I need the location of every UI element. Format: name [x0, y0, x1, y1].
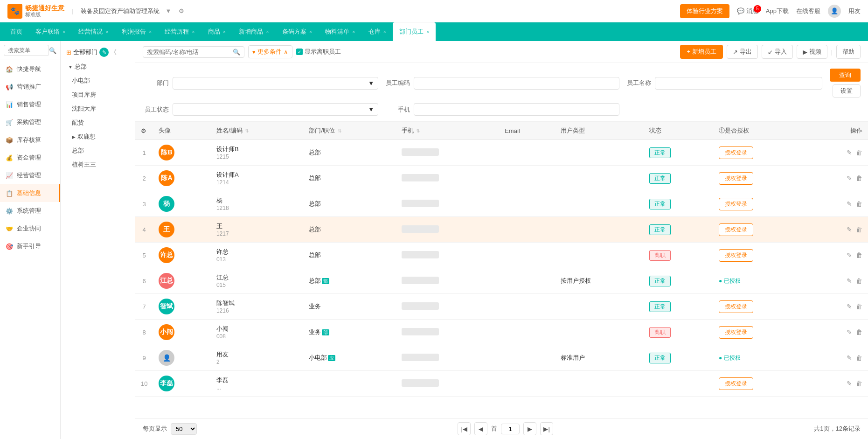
- tab-close-icon[interactable]: ×: [62, 29, 65, 35]
- sidebar-item-nav[interactable]: 🏠 快捷导航: [0, 60, 60, 78]
- tab-bom[interactable]: 物料清单 ×: [319, 22, 361, 41]
- tab-close-icon[interactable]: ×: [192, 29, 194, 35]
- edit-icon[interactable]: ✎: [847, 380, 852, 387]
- edit-icon[interactable]: ✎: [847, 303, 852, 310]
- prev-page-button[interactable]: ◀: [474, 422, 487, 435]
- edit-icon[interactable]: ✎: [847, 200, 852, 208]
- dept-item-project-warehouse[interactable]: 项目库房: [61, 88, 135, 102]
- col-dept[interactable]: 部门/职位 ⇅: [303, 122, 396, 140]
- tab-history[interactable]: 经营历程 ×: [158, 22, 201, 41]
- delete-icon[interactable]: 🗑: [856, 149, 862, 156]
- export-button[interactable]: ↗ 导出: [727, 45, 758, 59]
- import-button[interactable]: ↙ 导入: [762, 45, 793, 59]
- sidebar-item-operation[interactable]: 📈 经营管理: [0, 167, 60, 184]
- dept-item-headquarters[interactable]: ▼总部: [61, 60, 135, 74]
- auth-button[interactable]: 授权登录: [719, 326, 753, 339]
- message-badge[interactable]: 💬 消息 5: [737, 7, 758, 15]
- all-dept-label[interactable]: 全部部门: [73, 48, 97, 56]
- tab-close-icon[interactable]: ×: [383, 29, 386, 35]
- auth-button[interactable]: 授权登录: [719, 146, 753, 159]
- edit-icon[interactable]: ✎: [847, 226, 852, 233]
- tab-new-goods[interactable]: 新增商品 ×: [232, 22, 275, 41]
- next-page-button[interactable]: ▶: [523, 422, 536, 435]
- sidebar-item-guide[interactable]: 🎯 新手引导: [0, 237, 60, 255]
- sidebar-item-purchase[interactable]: 🛒 采购管理: [0, 113, 60, 131]
- auth-button[interactable]: 授权登录: [719, 249, 753, 262]
- tab-operation[interactable]: 经营情况 ×: [72, 22, 115, 41]
- dept-item-small-electric[interactable]: 小电部: [61, 74, 135, 88]
- help-button[interactable]: 帮助: [836, 45, 861, 59]
- tab-close-icon[interactable]: ×: [223, 29, 226, 35]
- edit-icon[interactable]: ✎: [847, 354, 852, 362]
- tab-close-icon[interactable]: ×: [105, 29, 108, 35]
- dropdown-arrow-icon[interactable]: ▼: [165, 7, 171, 14]
- settings-icon[interactable]: ⚙: [179, 7, 184, 14]
- tab-warehouse[interactable]: 仓库 ×: [362, 22, 393, 41]
- emp-status-select[interactable]: ▼: [173, 103, 378, 116]
- edit-icon[interactable]: ✎: [847, 149, 852, 156]
- auth-button[interactable]: 授权登录: [719, 300, 753, 313]
- search-button[interactable]: 查询: [830, 69, 861, 82]
- dept-item-zhushu[interactable]: 植树王三: [61, 158, 135, 172]
- dept-collapse-icon[interactable]: 《: [111, 48, 117, 56]
- online-service-link[interactable]: 在线客服: [796, 7, 820, 15]
- edit-icon[interactable]: ✎: [847, 251, 852, 259]
- tab-home[interactable]: 首页: [4, 22, 29, 41]
- tab-goods[interactable]: 商品 ×: [201, 22, 232, 41]
- app-download-link[interactable]: App下载: [766, 7, 789, 15]
- col-settings[interactable]: ⚙: [135, 122, 153, 140]
- dept-filter-select[interactable]: ▼: [173, 77, 378, 90]
- show-dismissed-wrap[interactable]: ✓ 显示离职员工: [296, 48, 341, 56]
- auth-button[interactable]: 授权登录: [719, 172, 753, 185]
- per-page-select[interactable]: 50 20 100: [171, 423, 197, 435]
- delete-icon[interactable]: 🗑: [856, 200, 862, 208]
- dept-edit-icon[interactable]: ✎: [99, 48, 109, 57]
- settings-gear-icon[interactable]: ⚙: [141, 127, 146, 134]
- add-employee-button[interactable]: + 新增员工: [680, 45, 722, 59]
- delete-icon[interactable]: 🗑: [856, 303, 862, 310]
- sidebar-item-system[interactable]: ⚙️ 系统管理: [0, 202, 60, 220]
- tab-customer[interactable]: 客户联络 ×: [29, 22, 72, 41]
- sidebar-item-collab[interactable]: 🤝 企业协同: [0, 220, 60, 237]
- sidebar-item-sales[interactable]: 📊 销售管理: [0, 96, 60, 113]
- view-button[interactable]: ▶ 视频: [797, 45, 827, 59]
- tab-close-icon[interactable]: ×: [309, 29, 312, 35]
- tab-barcode[interactable]: 条码方案 ×: [276, 22, 319, 41]
- delete-icon[interactable]: 🗑: [856, 354, 862, 362]
- emp-name-input[interactable]: [655, 77, 822, 90]
- more-filter-btn[interactable]: ▾ 更多条件 ∧: [248, 45, 292, 58]
- tab-employees[interactable]: 部门员工 ×: [393, 22, 436, 41]
- dept-item-shenyang[interactable]: 沈阳大库: [61, 102, 135, 116]
- delete-icon[interactable]: 🗑: [856, 277, 862, 285]
- dept-item-shuanglu[interactable]: ▶双鹿想: [61, 130, 135, 144]
- delete-icon[interactable]: 🗑: [856, 380, 862, 387]
- dept-item-hq[interactable]: 总部: [61, 144, 135, 158]
- dismissed-checkbox[interactable]: ✓: [296, 49, 303, 55]
- sidebar-item-marketing[interactable]: 📢 营销推广: [0, 78, 60, 96]
- edit-icon[interactable]: ✎: [847, 277, 852, 285]
- page-number-input[interactable]: [501, 424, 520, 434]
- user-avatar[interactable]: 👤: [828, 5, 841, 18]
- edit-icon[interactable]: ✎: [847, 328, 852, 336]
- auth-button[interactable]: 授权登录: [719, 377, 753, 390]
- tab-close-icon[interactable]: ×: [426, 29, 429, 35]
- delete-icon[interactable]: 🗑: [856, 251, 862, 259]
- tab-close-icon[interactable]: ×: [149, 29, 152, 35]
- auth-button[interactable]: 授权登录: [719, 198, 753, 210]
- delete-icon[interactable]: 🗑: [856, 328, 862, 336]
- tab-close-icon[interactable]: ×: [352, 29, 355, 35]
- edit-icon[interactable]: ✎: [847, 174, 852, 182]
- delete-icon[interactable]: 🗑: [856, 226, 862, 233]
- trial-button[interactable]: 体验行业方案: [680, 4, 729, 18]
- col-phone[interactable]: 手机 ⇅: [396, 122, 499, 140]
- tab-profit[interactable]: 利润报告 ×: [115, 22, 158, 41]
- sidebar-item-finance[interactable]: 💰 资金管理: [0, 149, 60, 167]
- first-page-button[interactable]: |◀: [458, 422, 471, 435]
- dept-item-distribution[interactable]: 配货: [61, 116, 135, 130]
- phone-input[interactable]: [414, 103, 619, 116]
- search-input[interactable]: [147, 49, 231, 56]
- sidebar-search-input[interactable]: [4, 45, 49, 56]
- sidebar-item-inventory[interactable]: 📦 库存核算: [0, 131, 60, 149]
- reset-button[interactable]: 设置: [833, 84, 861, 98]
- last-page-button[interactable]: ▶|: [540, 422, 553, 435]
